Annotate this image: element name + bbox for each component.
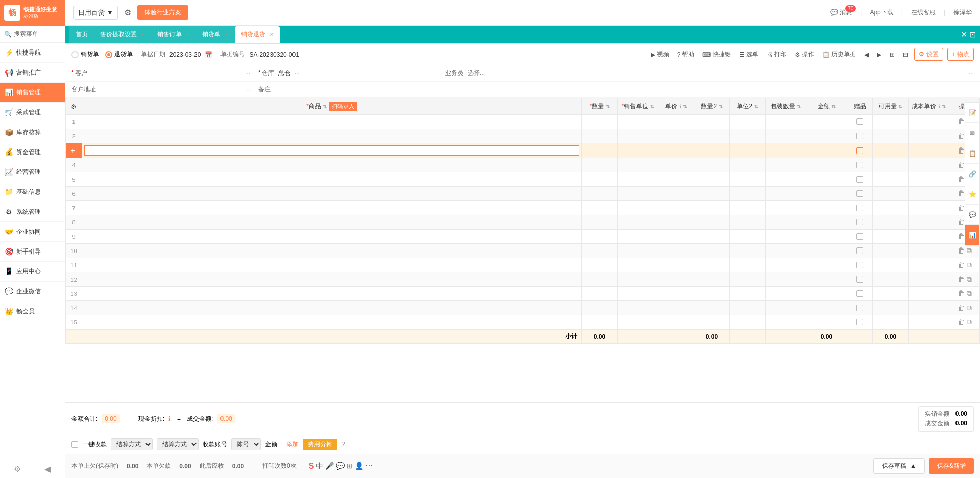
product-cell-2[interactable] [82,129,582,143]
scan-btn[interactable]: 扫码录入 [329,102,357,111]
next-btn[interactable]: ▶ [875,50,884,59]
sidebar-settings-btn[interactable]: ⚙ [4,464,31,474]
del-4[interactable]: 🗑 [958,161,965,169]
sidebar-item-apps[interactable]: 📱 应用中心 [0,262,65,282]
settlement-select[interactable]: 结算方式 [111,438,153,450]
pack-cell-3[interactable] [766,143,806,158]
operation-btn[interactable]: ⚙ 操作 [793,49,816,60]
cp-13[interactable]: ⧉ [967,289,972,298]
product-input-3[interactable] [84,145,579,156]
address-input[interactable] [98,85,241,94]
amount-cell-2[interactable] [806,129,847,143]
unit-cell-3[interactable] [618,143,658,158]
del-13[interactable]: 🗑 [958,289,965,298]
tab-sales-order[interactable]: 销售订单 ✕ [151,26,196,43]
sidebar-item-wechat[interactable]: 💬 企业微信 [0,282,65,301]
note-input[interactable] [273,85,974,94]
sidebar-item-sales[interactable]: 📊 销售管理 [0,83,65,103]
gift-checkbox-2[interactable] [856,133,863,139]
cost-cell-2[interactable] [909,129,949,143]
cp-11[interactable]: ⧉ [967,261,972,269]
save-draft-dropdown-icon[interactable]: ▲ [910,462,916,469]
qty-cell-1[interactable] [582,115,618,129]
tab-sales-return[interactable]: 销货退货 ✕ [235,26,280,43]
sidebar-item-guide[interactable]: 🎯 新手引导 [0,242,65,262]
gift-cb-6[interactable] [856,190,863,197]
sidebar-collapse-btn[interactable]: ◀ [35,464,61,474]
save-draft-btn[interactable]: 保存草稿 ▲ [873,458,925,474]
unit-cell-1[interactable] [618,115,658,129]
gift-cb-13[interactable] [856,290,863,297]
pack-cell-1[interactable] [766,115,806,129]
cp-12[interactable]: ⧉ [967,275,972,284]
sidebar-search[interactable]: 🔍 搜索菜单 [0,26,65,43]
view2-btn[interactable]: ⊟ [901,50,910,59]
side-action-5[interactable]: ⭐ [965,184,979,205]
tab-close-sales-delivery[interactable]: ✕ [225,32,229,37]
breadcrumb-select[interactable]: 日用百货 ▼ [74,6,118,20]
history-btn[interactable]: 📋 历史单据 [820,49,858,60]
unit2-cell-2[interactable] [730,129,766,143]
gift-cb-4[interactable] [856,162,863,168]
discount-info-icon[interactable]: ℹ [168,415,171,422]
print-btn[interactable]: 🖨 打印 [765,49,789,60]
delete-btn-3[interactable]: 🗑 [958,146,965,155]
del-11[interactable]: 🗑 [958,261,965,269]
save-new-btn[interactable]: 保存&新增 [929,458,974,474]
delete-btn-1[interactable]: 🗑 [958,117,965,126]
qty2-cell-3[interactable] [694,143,730,158]
account-select[interactable]: 陈号 [231,438,261,450]
del-8[interactable]: 🗑 [958,218,965,227]
warehouse-dots[interactable]: ··· [295,70,300,77]
gift-cell-3[interactable] [847,143,873,158]
gift-cell-2[interactable] [847,129,873,143]
th-settings[interactable]: ⚙ [66,98,82,115]
video-btn[interactable]: ▶ 视频 [649,49,671,60]
sidebar-item-system[interactable]: ⚙ 系统管理 [0,202,65,222]
gift-cb-12[interactable] [856,276,863,283]
qty-cell-2[interactable] [582,129,618,143]
header-settings-icon[interactable]: ⚙ [124,8,131,17]
cp-14[interactable]: ⧉ [967,304,972,312]
del-12[interactable]: 🗑 [958,275,965,284]
side-action-4[interactable]: 🔗 [965,164,979,184]
del-5[interactable]: 🗑 [958,175,965,184]
del-6[interactable]: 🗑 [958,189,965,198]
sidebar-item-inventory[interactable]: 📦 库存核算 [0,122,65,142]
amount-cell-1[interactable] [806,115,847,129]
price-cell-3[interactable] [658,143,694,158]
side-action-7[interactable]: 📊 [965,225,979,245]
tab-close-sales-order[interactable]: ✕ [186,32,190,37]
message-badge[interactable]: 💬 消息 70 [830,8,852,17]
unit2-cell-3[interactable] [730,143,766,158]
sidebar-item-cooperation[interactable]: 🤝 企业协同 [0,222,65,242]
sidebar-item-marketing[interactable]: 📢 营销推广 [0,63,65,83]
cp-10[interactable]: ⧉ [967,246,972,255]
sidebar-item-member[interactable]: 👑 畅会员 [0,301,65,321]
sidebar-item-quicknav[interactable]: ⚡ 快捷导航 [0,43,65,63]
amount-cell-3[interactable] [806,143,847,158]
gift-cb-10[interactable] [856,247,863,254]
prev-btn[interactable]: ◀ [862,50,871,59]
del-10[interactable]: 🗑 [958,246,965,255]
cost-cell-3[interactable] [909,143,949,158]
payment-help-icon[interactable]: ? [341,441,345,448]
side-action-2[interactable]: ✉ [965,123,979,143]
online-service-link[interactable]: 在线客服 [911,8,936,17]
qty2-cell-2[interactable] [694,129,730,143]
product-cell-3[interactable] [82,143,582,158]
staff-dots[interactable]: ··· [969,70,974,77]
tab-close-all-btn[interactable]: ✕ [961,30,967,39]
help-btn[interactable]: ? 帮助 [675,49,697,60]
sidebar-item-basic[interactable]: 📁 基础信息 [0,182,65,202]
tab-close-price-settings[interactable]: ✕ [141,32,145,37]
del-14[interactable]: 🗑 [958,304,965,312]
gift-cb-9[interactable] [856,233,863,240]
price-cell-2[interactable] [658,129,694,143]
unit2-cell-1[interactable] [730,115,766,129]
one-key-checkbox[interactable] [71,441,78,448]
gift-checkbox-3[interactable] [856,147,863,154]
sidebar-item-purchase[interactable]: 🛒 采购管理 [0,103,65,122]
tab-close-sales-return[interactable]: ✕ [270,32,274,37]
tab-home[interactable]: 首页 [69,26,94,43]
